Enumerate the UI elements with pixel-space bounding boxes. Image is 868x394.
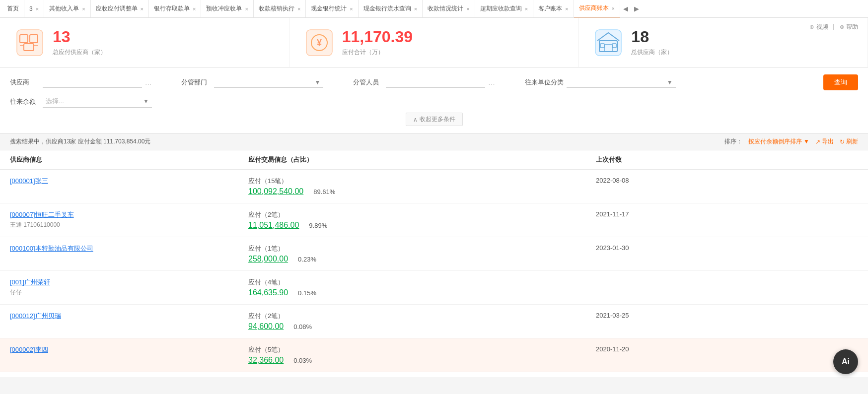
trans-amount[interactable]: 32,366.00 [248, 356, 284, 365]
transaction-info: 应付（15笔） 100,092,540.00 89.61% [248, 177, 596, 196]
tab-3[interactable]: 3 × [24, 0, 44, 18]
trans-label: 应付（4笔） [248, 278, 596, 287]
tab-overdue-close[interactable]: × [525, 6, 528, 12]
svg-text:¥: ¥ [317, 38, 322, 48]
table-row: [000100]本特勤油品有限公司 应付（1笔） 258,000.00 0.23… [0, 237, 868, 271]
dept-select[interactable]: ▼ [214, 77, 323, 88]
filter-row-2: 往来余额 选择... ▼ [10, 95, 858, 108]
supplier-link[interactable]: [001]广州荣轩 [10, 278, 50, 286]
trans-amount[interactable]: 258,000.00 [248, 255, 288, 263]
supplier-link[interactable]: [000007]恒旺二手叉车 [10, 211, 74, 218]
trans-amount[interactable]: 94,600.00 [248, 322, 284, 331]
trans-amount[interactable]: 164,635.90 [248, 288, 288, 297]
supplier-link[interactable]: [000001]张三 [10, 177, 48, 185]
tab-other-income-close[interactable]: × [82, 6, 85, 12]
trans-label: 应付（5笔） [248, 345, 596, 354]
supplier-picker-btn[interactable]: ... [145, 78, 151, 87]
refresh-label: 刷新 [846, 137, 858, 146]
sort-select[interactable]: 按应付余额倒序排序 ▼ [748, 137, 809, 146]
last-pay: 2022-08-08 [596, 177, 858, 184]
ai-button[interactable]: Ai [833, 349, 858, 374]
tab-home-label: 首页 [7, 4, 19, 13]
table-row: [000007]恒旺二手叉车 王通 17106110000 应付（2笔） 11,… [0, 203, 868, 237]
tab-supplier-ledger-label: 供应商账本 [579, 4, 609, 12]
balance-select[interactable]: 选择... ▼ [43, 95, 152, 108]
person-picker-btn[interactable]: ... [488, 78, 495, 87]
refresh-icon: ↻ [840, 138, 845, 145]
tab-overdue[interactable]: 超期应收款查询 × [475, 0, 533, 18]
trans-label: 应付（15笔） [248, 177, 596, 186]
export-label: 导出 [822, 137, 834, 146]
tab-cash-bank-stat-close[interactable]: × [350, 6, 353, 12]
last-pay: 2023-01-30 [596, 244, 858, 252]
tab-prepay-close[interactable]: × [245, 6, 248, 12]
table-header: 供应商信息 应付交易信息（占比） 上次付数 [0, 150, 868, 170]
nav-right-arrow[interactable]: ▶ [631, 0, 642, 18]
tab-cash-bank-stat[interactable]: 现金银行统计 × [306, 0, 358, 18]
supplier-link[interactable]: [000100]本特勤油品有限公司 [10, 245, 93, 252]
table-row: [001]广州荣轩 仔仔 应付（4笔） 164,635.90 0.15% [0, 271, 868, 305]
supplier-link[interactable]: [000002]李四 [10, 346, 48, 353]
trans-pct: 0.08% [293, 323, 312, 330]
filter-dept: 分管部门 ▼ [181, 77, 323, 88]
transaction-info: 应付（2笔） 11,051,486.00 9.89% [248, 210, 596, 230]
tab-other-income-label: 其他收入单 [49, 4, 79, 13]
balance-label: 往来余额 [10, 97, 40, 106]
table-row: [000001]张三 应付（15笔） 100,092,540.00 89.61%… [0, 170, 868, 203]
trans-label: 应付（2笔） [248, 210, 596, 219]
tab-customer-ledger[interactable]: 客户账本 × [533, 0, 574, 18]
tab-collection-stat-label: 收款情况统计 [428, 4, 463, 13]
table-container: 供应商信息 应付交易信息（占比） 上次付数 [000001]张三 应付（15笔）… [0, 150, 868, 377]
supplier-sub: 王通 17106110000 [10, 221, 248, 229]
help-link[interactable]: ⊙ 帮助 [840, 23, 858, 31]
dept-label: 分管部门 [181, 78, 211, 87]
tab-bank-deposit[interactable]: 银行存取款单 × [149, 0, 201, 18]
total-suppliers-label: 总供应商（家） [631, 48, 673, 57]
trans-label: 应付（1笔） [248, 244, 596, 253]
summary-amount-text: 11,170.39 应付合计（万） [342, 28, 413, 56]
person-input[interactable] [386, 77, 485, 88]
tab-supplier-ledger[interactable]: 供应商账本 × [574, 0, 620, 18]
supplier-input[interactable] [43, 77, 142, 88]
tab-prepay[interactable]: 预收冲应收单 × [201, 0, 253, 18]
header-supplier: 供应商信息 [10, 155, 248, 164]
tab-cash-flow[interactable]: 现金银行流水查询 × [359, 0, 423, 18]
tab-3-label: 3 [29, 5, 33, 12]
tab-bank-deposit-close[interactable]: × [193, 6, 196, 12]
payable-suppliers-label: 总应付供应商（家） [53, 48, 106, 57]
tab-collection[interactable]: 收款核销执行 × [254, 0, 306, 18]
tab-ar-adjust[interactable]: 应收应付调整单 × [91, 0, 149, 18]
trans-amount[interactable]: 11,051,486.00 [248, 221, 299, 230]
trans-pct: 9.89% [309, 222, 327, 229]
tab-home[interactable]: 首页 [2, 0, 24, 18]
refresh-button[interactable]: ↻ 刷新 [840, 137, 858, 146]
supplier-label: 供应商 [10, 78, 40, 87]
tab-collection-stat[interactable]: 收款情况统计 × [423, 0, 475, 18]
tab-cash-flow-close[interactable]: × [414, 6, 417, 12]
collapse-button[interactable]: ∧ 收起更多条件 [406, 113, 463, 126]
supplier-info: [000100]本特勤油品有限公司 [10, 244, 248, 253]
payable-suppliers-number: 13 [53, 28, 106, 46]
supplier-info: [001]广州荣轩 仔仔 [10, 278, 248, 297]
tab-supplier-ledger-close[interactable]: × [612, 5, 615, 11]
tab-collection-stat-close[interactable]: × [466, 6, 469, 12]
person-label: 分管人员 [353, 78, 383, 87]
trans-amount[interactable]: 100,092,540.00 [248, 187, 303, 196]
tab-customer-ledger-close[interactable]: × [565, 6, 568, 12]
tab-other-income[interactable]: 其他收入单 × [44, 0, 90, 18]
payable-amount-number: 11,170.39 [342, 28, 413, 46]
nav-left-arrow[interactable]: ◀ [620, 0, 631, 18]
query-button[interactable]: 查询 [823, 74, 858, 90]
supplier-info: [000001]张三 [10, 177, 248, 186]
tab-ar-adjust-close[interactable]: × [141, 6, 144, 12]
export-button[interactable]: ↗ 导出 [815, 137, 834, 146]
supplier-link[interactable]: [000012]广州贝瑞 [10, 312, 61, 320]
table-row: [000012]广州贝瑞 应付（2笔） 94,600.00 0.08% 2021… [0, 305, 868, 338]
tab-collection-close[interactable]: × [297, 6, 300, 12]
category-select[interactable]: ▼ [567, 77, 676, 88]
tab-3-close[interactable]: × [36, 6, 39, 12]
video-link[interactable]: ⊙ 视频 [809, 23, 828, 31]
result-bar-right: 排序： 按应付余额倒序排序 ▼ ↗ 导出 ↻ 刷新 [724, 137, 858, 146]
tab-customer-ledger-label: 客户账本 [538, 4, 562, 13]
summary-payable-suppliers: 13 总应付供应商（家） [0, 18, 289, 67]
